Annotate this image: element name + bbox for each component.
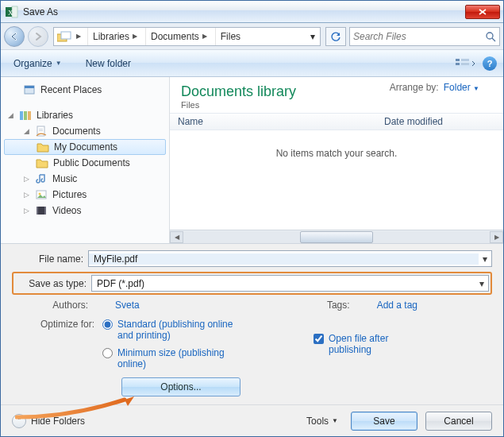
tree-public-documents[interactable]: Public Documents	[1, 155, 169, 171]
svg-rect-9	[456, 63, 460, 65]
svg-rect-12	[25, 86, 34, 88]
optimize-standard-radio[interactable]: Standard (publishing online and printing…	[102, 319, 237, 341]
svg-rect-10	[461, 63, 469, 65]
svg-rect-15	[28, 111, 31, 120]
file-name-label: File name:	[12, 253, 88, 265]
svg-rect-8	[461, 59, 469, 61]
svg-text:X: X	[8, 9, 13, 17]
folder-stack-icon	[57, 30, 73, 43]
music-icon	[35, 172, 48, 185]
excel-icon: X	[6, 6, 18, 18]
chevron-down-icon: ▼	[332, 417, 338, 424]
footer: ˄ Hide Folders Tools ▼ Save Cancel	[1, 404, 503, 436]
expand-icon[interactable]: ▷	[23, 191, 30, 199]
svg-rect-23	[44, 207, 46, 215]
optimize-minimum-radio[interactable]: Minimum size (publishing online)	[102, 347, 237, 369]
arrange-by[interactable]: Arrange by: Folder ▼	[390, 82, 479, 93]
chevron-down-icon: ▼	[473, 85, 479, 92]
breadcrumb-dropdown-icon[interactable]: ▾	[306, 31, 320, 42]
tags-value[interactable]: Add a tag	[377, 300, 417, 311]
window-title: Save As	[23, 6, 58, 17]
nav-back-button[interactable]	[4, 26, 25, 47]
recent-places-icon	[23, 83, 36, 96]
view-mode-button[interactable]	[456, 57, 476, 70]
svg-line-6	[492, 38, 495, 41]
save-type-label: Save as type:	[15, 278, 91, 289]
open-after-checkbox[interactable]: Open file after publishing	[314, 333, 416, 355]
search-input[interactable]: Search Files	[349, 27, 500, 46]
svg-rect-13	[20, 111, 23, 120]
save-as-dialog: X Save As ▶ Libraries▶ Documents▶ Files …	[0, 0, 504, 437]
svg-rect-14	[24, 111, 27, 120]
authors-label: Authors:	[39, 300, 88, 311]
file-name-input[interactable]: MyFile.pdf ▾	[88, 250, 492, 267]
horizontal-scrollbar[interactable]: ◀ ▶	[170, 230, 503, 243]
svg-rect-18	[39, 130, 43, 131]
title-bar: X Save As	[1, 1, 503, 23]
toolbar: Organize▼ New folder ?	[1, 50, 503, 77]
expand-icon[interactable]: ▷	[23, 175, 30, 183]
breadcrumb-libraries[interactable]: Libraries▶	[88, 28, 146, 45]
save-type-highlight: Save as type: PDF (*.pdf) ▾	[12, 272, 492, 295]
pictures-icon	[35, 188, 48, 201]
tools-menu[interactable]: Tools ▼	[306, 416, 343, 427]
authors-value[interactable]: Sveta	[115, 300, 140, 311]
chevron-down-icon[interactable]: ▾	[479, 253, 491, 265]
organize-button[interactable]: Organize▼	[7, 56, 68, 72]
tree-recent-places[interactable]: Recent Places	[1, 82, 169, 98]
file-view: Documents library Files Name Date modifi…	[170, 77, 503, 243]
folder-icon	[36, 157, 48, 169]
svg-rect-4	[61, 32, 71, 39]
svg-point-5	[487, 33, 493, 39]
scroll-right-icon[interactable]: ▶	[490, 231, 503, 243]
optimize-label: Optimize for:	[39, 319, 94, 330]
col-date[interactable]: Date modified	[384, 116, 495, 127]
tree-music[interactable]: ▷ Music	[1, 171, 169, 187]
nav-forward-button[interactable]	[28, 26, 48, 47]
tags-label: Tags:	[301, 300, 350, 311]
search-placeholder: Search Files	[353, 31, 406, 42]
form-area: File name: MyFile.pdf ▾ Save as type: PD…	[1, 243, 503, 404]
new-folder-button[interactable]: New folder	[79, 56, 137, 72]
breadcrumb-documents[interactable]: Documents▶	[146, 28, 216, 45]
videos-icon	[35, 204, 48, 217]
save-type-select[interactable]: PDF (*.pdf) ▾	[91, 275, 489, 292]
collapse-icon[interactable]: ◢	[23, 127, 30, 135]
save-button[interactable]: Save	[351, 412, 417, 431]
documents-icon	[35, 125, 48, 137]
expand-icon[interactable]: ▷	[23, 207, 30, 215]
breadcrumb[interactable]: ▶ Libraries▶ Documents▶ Files ▾	[53, 27, 321, 46]
tree-documents[interactable]: ◢ Documents	[1, 123, 169, 139]
svg-rect-17	[39, 129, 43, 130]
tree-videos[interactable]: ▷ Videos	[1, 203, 169, 218]
help-button[interactable]: ?	[483, 56, 497, 71]
empty-message: No items match your search.	[170, 130, 503, 230]
nav-tree[interactable]: Recent Places ◢ Libraries ◢ Documents My…	[1, 77, 170, 243]
close-button[interactable]	[465, 5, 500, 19]
hide-folders-button[interactable]: ˄ Hide Folders	[12, 414, 85, 428]
col-name[interactable]: Name	[178, 116, 384, 127]
refresh-button[interactable]	[325, 27, 346, 46]
scroll-left-icon[interactable]: ◀	[170, 231, 183, 243]
main-area: Recent Places ◢ Libraries ◢ Documents My…	[1, 77, 503, 243]
folder-icon	[37, 141, 49, 153]
tree-libraries[interactable]: ◢ Libraries	[1, 107, 169, 123]
search-icon	[485, 31, 496, 42]
column-headers[interactable]: Name Date modified	[170, 113, 503, 130]
chevron-up-icon: ˄	[12, 414, 26, 428]
breadcrumb-files[interactable]: Files	[216, 28, 245, 45]
tree-my-documents[interactable]: My Documents	[4, 139, 166, 155]
cancel-button[interactable]: Cancel	[425, 412, 492, 431]
svg-rect-7	[456, 59, 460, 61]
svg-rect-22	[37, 207, 38, 215]
options-button[interactable]: Options...	[121, 377, 240, 396]
chevron-down-icon[interactable]: ▾	[475, 278, 488, 289]
scroll-thumb[interactable]	[300, 231, 374, 243]
nav-row: ▶ Libraries▶ Documents▶ Files ▾ Search F…	[1, 23, 503, 50]
collapse-icon[interactable]: ◢	[7, 111, 14, 119]
libraries-icon	[19, 109, 32, 122]
library-subtitle: Files	[181, 100, 492, 110]
tree-pictures[interactable]: ▷ Pictures	[1, 187, 169, 203]
